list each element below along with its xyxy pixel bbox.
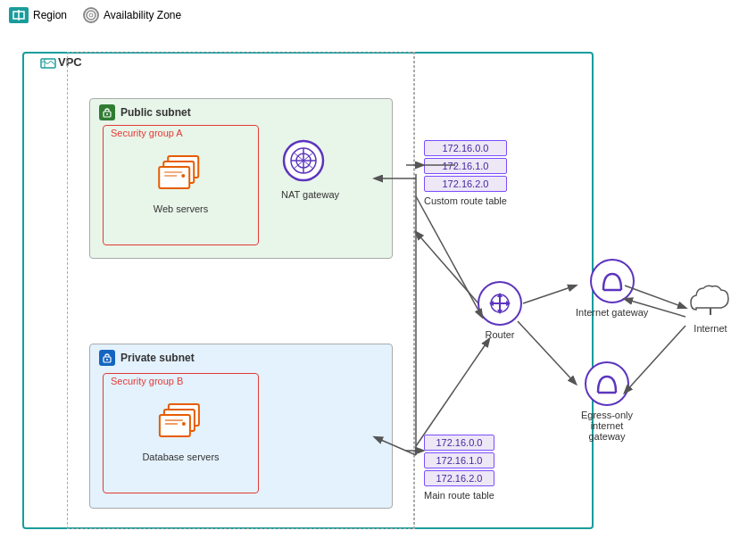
- svg-point-22: [106, 359, 108, 361]
- route-entry-2: 172.16.1.0: [424, 158, 507, 174]
- custom-route-table: 172.16.0.0 172.16.1.0 172.16.2.0 Custom …: [424, 138, 507, 206]
- router-label: Router: [478, 329, 522, 340]
- internet-icon: [687, 281, 734, 317]
- svg-point-28: [182, 422, 186, 426]
- web-servers-icon: [155, 153, 205, 199]
- svg-rect-10: [159, 167, 189, 188]
- vertical-divider: [413, 52, 414, 529]
- svg-point-2: [87, 11, 96, 20]
- private-subnet-label: Private subnet: [120, 352, 195, 364]
- svg-point-3: [89, 13, 93, 17]
- security-group-b: Security group B Database servers: [103, 373, 259, 493]
- public-subnet-label: Public subnet: [120, 106, 191, 119]
- web-servers-label: Web servers: [154, 203, 209, 214]
- svg-point-13: [181, 174, 185, 178]
- main-route-entry-2: 172.16.1.0: [424, 452, 494, 468]
- web-servers-group: Web servers: [154, 153, 209, 214]
- sg-b-label: Security group B: [111, 376, 183, 386]
- db-servers-icon: [156, 401, 206, 447]
- private-subnet-label-bar: Private subnet: [90, 344, 392, 371]
- route-entry-1: 172.16.0.0: [424, 140, 507, 156]
- nat-gateway-label: NAT gateway: [281, 189, 339, 200]
- router-circle: [478, 281, 522, 326]
- public-subnet-label-bar: Public subnet: [90, 99, 392, 126]
- az-label: Availability Zone: [104, 9, 181, 21]
- diagram-container: Region Availability Zone VPC: [0, 0, 756, 547]
- private-subnet-icon: [99, 350, 115, 366]
- route-entry-3: 172.16.2.0: [424, 176, 507, 192]
- internet-gw-label: Internet gateway: [576, 307, 648, 318]
- az-icon: [83, 7, 99, 23]
- db-servers-label: Database servers: [142, 452, 219, 462]
- svg-rect-25: [160, 415, 190, 436]
- main-route-entry-1: 172.16.0.0: [424, 435, 494, 451]
- egress-gateway: Egress-only internet gateway: [576, 361, 638, 442]
- main-route-table: 172.16.0.0 172.16.1.0 172.16.2.0 Main ro…: [424, 433, 494, 501]
- internet-gw-circle: [590, 259, 635, 303]
- nat-gateway: NAT gateway: [281, 138, 339, 200]
- internet-gateway: Internet gateway: [576, 259, 648, 318]
- region-label: Region: [33, 9, 67, 21]
- custom-route-table-label: Custom route table: [424, 195, 507, 206]
- svg-point-7: [106, 113, 108, 115]
- region-icon: [9, 7, 29, 23]
- main-route-entry-3: 172.16.2.0: [424, 470, 494, 486]
- egress-gw-label: Egress-only internet gateway: [576, 410, 638, 442]
- legend-bar: Region Availability Zone: [9, 7, 181, 23]
- az-legend: Availability Zone: [83, 7, 181, 23]
- public-subnet-icon: [99, 104, 115, 120]
- db-servers-group: Database servers: [142, 401, 219, 462]
- region-legend: Region: [9, 7, 67, 23]
- internet: Internet: [687, 281, 734, 334]
- nat-gateway-icon: [281, 138, 326, 183]
- main-route-table-label: Main route table: [424, 490, 494, 501]
- router: Router: [478, 281, 522, 340]
- sg-a-label: Security group A: [111, 128, 183, 138]
- security-group-a: Security group A Web servers: [103, 125, 259, 245]
- vpc-icon: [40, 55, 56, 71]
- egress-gw-circle: [585, 361, 629, 406]
- internet-label: Internet: [687, 323, 734, 334]
